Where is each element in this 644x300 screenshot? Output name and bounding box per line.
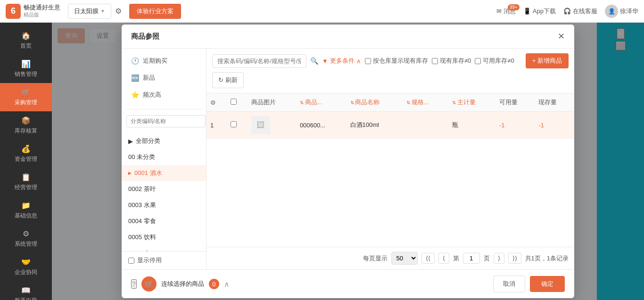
show-disabled-checkbox[interactable] <box>128 258 134 264</box>
select-all-checkbox[interactable] <box>231 99 237 105</box>
user-area[interactable]: 👤 徐泽华 <box>605 5 638 18</box>
category-item-00[interactable]: 00 未分类 <box>122 149 206 165</box>
sidebar-label-home: 首页 <box>20 42 32 50</box>
sidebar-label-enterprise: 企业协同 <box>15 268 37 276</box>
category-item-0001[interactable]: ▶ 0001 酒水 <box>122 165 206 181</box>
brand-line2: 精品版 <box>24 11 60 18</box>
high-freq-label: 频次高 <box>143 91 161 99</box>
category-item-0003[interactable]: 0003 水果 <box>122 197 206 213</box>
recent-purchase-item[interactable]: 🕐 近期购买 <box>126 53 201 68</box>
sales-icon: 📊 <box>21 59 31 68</box>
main-search-btn[interactable]: 🔍 <box>310 57 318 65</box>
category-item-0005[interactable]: 0005 饮料 <box>122 229 206 245</box>
cancel-btn[interactable]: 取消 <box>493 275 525 292</box>
sidebar-item-system[interactable]: ⚙ 系统管理 <box>0 225 52 253</box>
filter-label: 更多条件 <box>330 57 355 65</box>
username: 徐泽华 <box>620 7 638 16</box>
show-disabled-row: 显示停用 <box>122 251 206 269</box>
guide-icon: 📖 <box>21 286 31 295</box>
new-goods-item[interactable]: 🆕 新品 <box>126 70 201 85</box>
nav-right: ✉ 消息 99+ 📱 App下载 🎧 在线客服 👤 徐泽华 <box>496 5 638 18</box>
experience-button[interactable]: 体验行业方案 <box>129 4 181 19</box>
col-settings[interactable]: ⚙ <box>206 93 227 112</box>
cart-btn[interactable]: 🛒 <box>141 276 157 292</box>
selector-label: 日太阳膜 <box>74 7 99 16</box>
main-layout: 🏠 首页 📊 销售管理 🛒 采购管理 📦 库存核算 💰 资金管理 📋 经营管理 … <box>0 23 644 300</box>
category-item-0008[interactable]: 0008 水 <box>122 245 206 251</box>
warehouse-filter-checkbox[interactable] <box>365 58 371 64</box>
cell-stock: -1 <box>535 112 574 139</box>
category-search-input[interactable] <box>126 115 206 127</box>
sidebar-item-finance[interactable]: 💰 资金管理 <box>0 140 52 168</box>
high-freq-icon: ⭐ <box>131 91 139 99</box>
table-row[interactable]: 1 🖼 000600... 白酒100ml 瓶 <box>206 112 574 139</box>
high-freq-item[interactable]: ⭐ 频次高 <box>126 87 201 102</box>
cell-seq: 1 <box>206 112 227 139</box>
sidebar-label-sales: 销售管理 <box>15 70 37 78</box>
col-spec[interactable]: 规格... <box>403 93 448 112</box>
modal-body: 🕐 近期购买 🆕 新品 ⭐ 频次高 <box>122 49 574 269</box>
modal-footer: ? 🛒 连续选择的商品 0 ∧ 取消 确定 <box>122 269 574 298</box>
sidebar-item-basic[interactable]: 📁 基础信息 <box>0 196 52 225</box>
system-icon: ⚙ <box>23 229 29 238</box>
all-categories-label: 全部分类 <box>136 137 160 145</box>
online-service-item[interactable]: 🎧 在线客服 <box>563 7 597 16</box>
category-item-0004[interactable]: 0004 零食 <box>122 213 206 229</box>
main-search-input[interactable] <box>212 54 306 68</box>
first-page-btn[interactable]: ⟨⟨ <box>421 253 435 264</box>
confirm-btn[interactable]: 确定 <box>530 276 565 292</box>
all-categories-item[interactable]: ▶ 全部分类 <box>122 133 206 149</box>
gear-button[interactable]: ⚙ <box>111 5 125 17</box>
col-image: 商品图片 <box>248 93 296 112</box>
page-word2: 页 <box>484 254 490 263</box>
page-number-input[interactable] <box>463 253 480 264</box>
row-checkbox[interactable] <box>231 121 237 127</box>
total-info: 共1页，1条记录 <box>525 254 569 263</box>
new-goods-icon: 🆕 <box>131 74 139 82</box>
user-avatar: 👤 <box>605 5 618 18</box>
app-download-label: App下载 <box>533 7 556 16</box>
recent-purchase-label: 近期购买 <box>143 57 167 65</box>
next-page-btn[interactable]: ⟩ <box>494 253 504 264</box>
sidebar-item-home[interactable]: 🏠 首页 <box>0 26 52 55</box>
modal-header: 商品参照 ✕ <box>122 25 574 49</box>
sidebar-item-purchase[interactable]: 🛒 采购管理 <box>0 83 52 111</box>
footer-collapse-btn[interactable]: ∧ <box>224 280 230 289</box>
show-disabled-label: 显示停用 <box>137 256 162 265</box>
brand-line1: 畅捷通好生意 <box>24 4 60 12</box>
col-code[interactable]: 商品... <box>296 93 347 112</box>
sidebar-item-enterprise[interactable]: 🤝 企业协同 <box>0 253 52 281</box>
filter-btn[interactable]: ▼ 更多条件 ∧ <box>322 57 361 65</box>
all-categories-tri: ▶ <box>128 138 133 145</box>
usable-filter-checkbox[interactable] <box>475 58 481 64</box>
refresh-btn[interactable]: ↻ 刷新 <box>212 72 244 88</box>
cat-label-0001: 0001 酒水 <box>134 169 162 177</box>
page-size-label: 每页显示 <box>363 254 388 263</box>
home-icon: 🏠 <box>21 31 31 40</box>
message-nav-item[interactable]: ✉ 消息 99+ <box>496 7 516 16</box>
last-page-btn[interactable]: ⟩⟩ <box>508 253 521 264</box>
app-download-item[interactable]: 📱 App下载 <box>523 7 556 16</box>
sidebar-label-purchase: 采购管理 <box>15 99 37 107</box>
col-name[interactable]: 商品名称 <box>347 93 403 112</box>
category-item-0002[interactable]: 0002 茶叶 <box>122 181 206 197</box>
sidebar-item-operations[interactable]: 📋 经营管理 <box>0 168 52 196</box>
sidebar-label-system: 系统管理 <box>15 240 37 248</box>
prev-page-btn[interactable]: ⟨ <box>438 253 449 264</box>
sidebar-item-guide[interactable]: 📖 新手引导 <box>0 281 52 300</box>
help-btn[interactable]: ? <box>131 279 137 289</box>
sidebar-item-inventory[interactable]: 📦 库存核算 <box>0 111 52 140</box>
warehouse-filter-label: 按仓库显示现有库存 <box>373 57 428 65</box>
cell-checkbox[interactable] <box>227 112 248 139</box>
modal-title: 商品参照 <box>131 32 159 41</box>
page-size-select[interactable]: 50 100 200 <box>391 252 418 265</box>
modal-close-button[interactable]: ✕ <box>558 31 565 42</box>
col-unit[interactable]: 主计量 <box>448 93 495 112</box>
logo-icon: 6 <box>6 4 21 19</box>
cat-label-00: 00 未分类 <box>128 153 155 161</box>
sidebar-item-sales[interactable]: 📊 销售管理 <box>0 55 52 83</box>
recent-icon: 🕐 <box>131 57 139 65</box>
available-filter-checkbox[interactable] <box>432 58 438 64</box>
add-goods-btn[interactable]: + 新增商品 <box>526 53 569 68</box>
nav-selector[interactable]: 日太阳膜 ▼ <box>68 4 111 19</box>
